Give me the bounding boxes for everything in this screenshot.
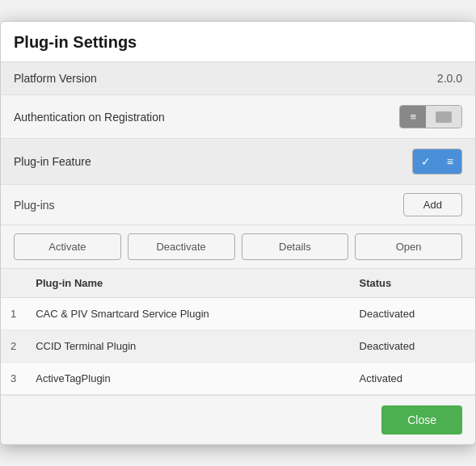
row-number: 3	[1, 363, 26, 395]
check-icon	[421, 154, 431, 169]
lines-icon-feature	[447, 154, 453, 169]
dialog-footer: Close	[1, 395, 475, 444]
auth-registration-row: Authentication on Registration ≡	[1, 95, 475, 139]
row-number: 2	[1, 330, 26, 363]
plugin-feature-label: Plug-in Feature	[14, 155, 91, 168]
dialog-header: Plug-in Settings	[1, 22, 475, 62]
plugins-header: Plug-ins Add	[1, 185, 475, 225]
row-plugin-name: ActiveTagPlugin	[26, 363, 349, 395]
deactivate-button[interactable]: Deactivate	[128, 233, 235, 260]
auth-registration-label: Authentication on Registration	[14, 111, 165, 124]
feature-check-segment[interactable]	[413, 149, 439, 174]
lines-icon: ≡	[410, 111, 416, 123]
plugin-settings-dialog: Plug-in Settings Platform Version 2.0.0 …	[0, 21, 476, 445]
action-buttons-row: Activate Deactivate Details Open	[1, 225, 475, 269]
row-number: 1	[1, 298, 26, 330]
table-row[interactable]: 3 ActiveTagPlugin Activated	[1, 363, 475, 395]
col-name: Plug-in Name	[26, 269, 349, 298]
col-number	[1, 269, 26, 298]
row-status: Deactivated	[350, 330, 475, 363]
toggle-lines-segment[interactable]: ≡	[400, 106, 426, 128]
row-plugin-name: CCID Terminal Plugin	[26, 330, 349, 363]
row-status: Deactivated	[350, 298, 475, 330]
row-status: Activated	[350, 363, 475, 395]
platform-version-value: 2.0.0	[437, 72, 462, 85]
plugin-feature-row: Plug-in Feature	[1, 139, 475, 185]
platform-version-row: Platform Version 2.0.0	[1, 62, 475, 95]
details-button[interactable]: Details	[242, 233, 349, 260]
table-row[interactable]: 1 CAC & PIV Smartcard Service Plugin Dea…	[1, 298, 475, 330]
row-plugin-name: CAC & PIV Smartcard Service Plugin	[26, 298, 349, 330]
platform-version-label: Platform Version	[14, 72, 97, 85]
auth-registration-toggle[interactable]: ≡	[399, 105, 462, 128]
dialog-title: Plug-in Settings	[14, 33, 137, 51]
close-button[interactable]: Close	[381, 405, 462, 435]
open-button[interactable]: Open	[355, 233, 462, 260]
table-header-row: Plug-in Name Status	[1, 269, 475, 298]
feature-lines-segment[interactable]	[439, 149, 461, 174]
add-plugin-button[interactable]: Add	[403, 193, 462, 216]
table-row[interactable]: 2 CCID Terminal Plugin Deactivated	[1, 330, 475, 363]
toggle-right-segment[interactable]	[426, 106, 461, 128]
plugin-feature-toggle[interactable]	[412, 149, 462, 174]
activate-button[interactable]: Activate	[14, 233, 121, 260]
toggle-right-bg	[436, 111, 452, 123]
plugins-title: Plug-ins	[14, 199, 55, 212]
plugin-table: Plug-in Name Status 1 CAC & PIV Smartcar…	[1, 269, 475, 395]
col-status: Status	[350, 269, 475, 298]
